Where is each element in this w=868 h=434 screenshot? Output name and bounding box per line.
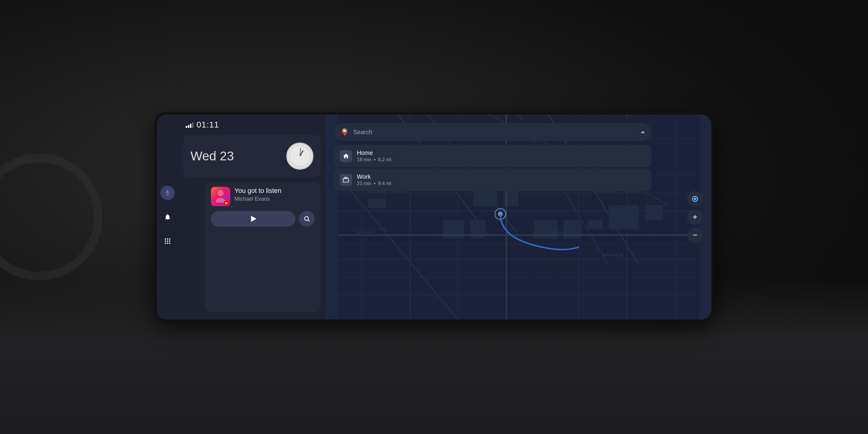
svg-rect-4 — [167, 239, 168, 240]
left-content: 01:11 Wed 23 — [179, 115, 326, 319]
work-icon — [343, 177, 349, 183]
play-icon — [251, 216, 256, 222]
home-distance: 8.2 mi — [378, 157, 392, 162]
search-placeholder-text: Search — [353, 129, 637, 135]
time-display: 01:11 — [196, 120, 219, 130]
left-panel: 01:11 Wed 23 — [157, 115, 326, 319]
home-destination-card[interactable]: Home 18 min • 8.2 mi — [334, 145, 651, 167]
sidebar — [157, 115, 179, 319]
zoom-out-button[interactable]: − — [687, 227, 703, 243]
home-dest-name: Home — [357, 150, 391, 156]
svg-rect-0 — [167, 190, 168, 193]
work-dest-name: Work — [357, 173, 391, 180]
album-art — [211, 187, 230, 206]
voice-assistant-button[interactable] — [160, 186, 175, 200]
date-clock-widget[interactable]: Wed 23 — [183, 135, 321, 177]
work-destination-card[interactable]: Work 23 min • 9.4 mi — [334, 168, 651, 191]
artist-name: Michael Evans — [235, 196, 315, 202]
map-overlay: Search Home 18 min • — [326, 115, 711, 319]
zoom-in-icon: + — [692, 213, 698, 221]
notifications-button[interactable] — [160, 210, 175, 224]
work-time: 23 min — [357, 181, 371, 186]
home-icon — [343, 153, 349, 159]
youtube-play-icon — [225, 202, 228, 204]
svg-rect-5 — [169, 239, 170, 240]
media-controls — [211, 211, 315, 227]
work-dest-icon — [340, 174, 352, 186]
song-title: You got to listen — [235, 187, 315, 195]
youtube-badge — [224, 201, 229, 205]
home-dest-icon — [340, 150, 352, 162]
status-bar: 01:11 — [179, 115, 326, 133]
svg-line-14 — [308, 220, 309, 221]
destination-suggestions: Home 18 min • 8.2 mi — [334, 145, 651, 191]
clock-widget — [286, 143, 313, 170]
search-icon — [304, 216, 310, 222]
work-dest-details: 23 min • 9.4 mi — [357, 181, 391, 186]
svg-rect-10 — [167, 243, 168, 244]
bell-icon — [164, 213, 171, 221]
app-launcher-button[interactable] — [160, 234, 175, 248]
clock-face-inner — [288, 144, 312, 168]
navigation-search-bar[interactable]: Search — [334, 123, 651, 141]
svg-point-70 — [344, 130, 346, 132]
svg-point-12 — [218, 190, 224, 196]
google-maps-icon — [340, 127, 350, 137]
map-controls: + − — [687, 191, 703, 243]
location-icon — [692, 196, 698, 202]
play-button[interactable] — [211, 211, 296, 227]
svg-rect-7 — [167, 241, 168, 242]
media-search-button[interactable] — [299, 211, 315, 227]
media-info: You got to listen Michael Evans — [235, 187, 315, 202]
zoom-in-button[interactable]: + — [687, 209, 703, 225]
work-dest-info: Work 23 min • 9.4 mi — [357, 173, 391, 186]
work-distance: 9.4 mi — [378, 181, 392, 186]
my-location-button[interactable] — [687, 191, 703, 207]
signal-strength-icon — [186, 122, 193, 128]
home-time: 18 min — [357, 157, 371, 162]
android-auto-screen: 01:11 Wed 23 — [157, 115, 711, 319]
grid-icon — [164, 238, 171, 245]
media-player-widget[interactable]: You got to listen Michael Evans — [205, 182, 321, 312]
home-dest-details: 18 min • 8.2 mi — [357, 157, 391, 162]
zoom-out-icon: − — [692, 231, 698, 239]
home-dest-info: Home 18 min • 8.2 mi — [357, 150, 391, 162]
svg-rect-6 — [165, 241, 166, 242]
svg-rect-3 — [165, 239, 166, 240]
media-content: You got to listen Michael Evans — [211, 187, 315, 206]
mic-icon — [164, 190, 171, 196]
search-expand-icon — [641, 131, 645, 133]
svg-rect-11 — [169, 243, 170, 244]
date-display: Wed 23 — [190, 149, 234, 163]
maps-panel: 22nd Ave W 15th Ave W W Bertona St W Hac… — [326, 115, 711, 319]
svg-rect-8 — [169, 241, 170, 242]
svg-rect-9 — [165, 243, 166, 244]
